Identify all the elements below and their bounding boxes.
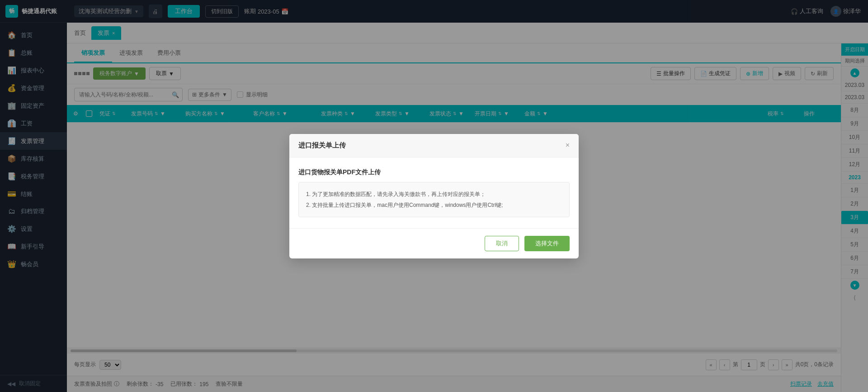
modal-body: 进口货物报关单PDF文件上传 1. 为了更加精准的数据匹配，请先录入海关缴款书，…: [289, 158, 579, 228]
modal-overlay: 进口报关单上传 × 进口货物报关单PDF文件上传 1. 为了更加精准的数据匹配，…: [0, 0, 868, 392]
modal-cancel-button[interactable]: 取消: [485, 236, 519, 251]
modal-info-text-2: 2. 支持批量上传进口报关单，mac用户使用Command键，windows用户…: [306, 200, 503, 210]
modal-info-box: 1. 为了更加精准的数据匹配，请先录入海关缴款书，再上传对应的报关单； 2. 支…: [298, 182, 570, 217]
modal-close-button[interactable]: ×: [566, 141, 570, 149]
modal-select-file-button[interactable]: 选择文件: [524, 236, 570, 251]
modal-footer: 取消 选择文件: [289, 228, 579, 258]
import-modal: 进口报关单上传 × 进口货物报关单PDF文件上传 1. 为了更加精准的数据匹配，…: [289, 134, 579, 258]
modal-info-line-1: 1. 为了更加精准的数据匹配，请先录入海关缴款书，再上传对应的报关单；: [306, 189, 562, 200]
modal-info-text-1: 1. 为了更加精准的数据匹配，请先录入海关缴款书，再上传对应的报关单；: [306, 189, 486, 200]
modal-upload-title: 进口货物报关单PDF文件上传: [298, 168, 570, 177]
modal-info-line-2: 2. 支持批量上传进口报关单，mac用户使用Command键，windows用户…: [306, 200, 562, 210]
modal-header: 进口报关单上传 ×: [289, 134, 579, 158]
modal-title: 进口报关单上传: [298, 141, 346, 150]
